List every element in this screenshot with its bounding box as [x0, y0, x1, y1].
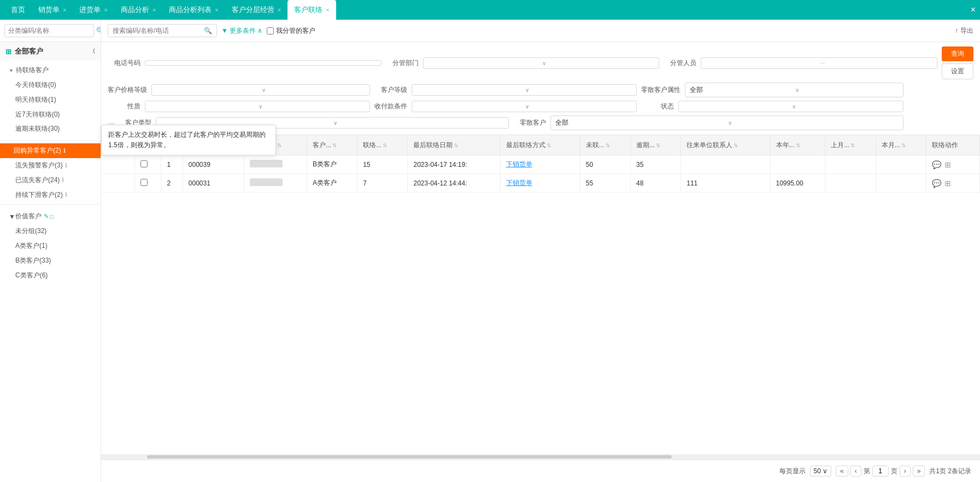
tri-value-icon: ▼ [9, 213, 15, 220]
retail-attr-field[interactable]: 全部 ∨ [685, 83, 903, 97]
retail-customer-field[interactable]: 全部 ∨ [550, 115, 903, 130]
td-method-2[interactable]: 下销货单 [500, 174, 580, 193]
sidebar-all-customers[interactable]: ⊞ 全部客户 《 [0, 42, 101, 61]
filter-section-gender: 性质 ∨ [108, 101, 370, 112]
sidebar-search-input[interactable] [4, 24, 94, 37]
my-customers-input[interactable] [267, 27, 274, 34]
row2-checkbox[interactable] [140, 179, 148, 186]
first-page-button[interactable]: « [836, 466, 848, 477]
th-not-contact[interactable]: 未联...⇅ [580, 135, 630, 155]
td-checkbox-2[interactable] [135, 174, 161, 193]
th-last-contact-date[interactable]: 最后联络日期⇅ [408, 135, 500, 155]
close-sales-icon[interactable]: × [63, 7, 66, 13]
close-product-analysis-icon[interactable]: × [152, 7, 156, 13]
qr-icon-1[interactable]: ⊞ [944, 160, 951, 169]
nav-customer-segment[interactable]: 客户分层经营 × [225, 0, 287, 20]
export-button[interactable]: ↑ 导出 [955, 26, 973, 36]
filter-search-icon[interactable]: 🔍 [204, 27, 212, 34]
horizontal-scrollbar[interactable] [101, 454, 980, 460]
close-product-list-icon[interactable]: × [215, 7, 218, 13]
th-last-month[interactable]: 上月...⇅ [825, 135, 876, 155]
th-this-year[interactable]: 本年...⇅ [770, 135, 825, 155]
customer-search-input[interactable] [113, 27, 202, 34]
sidebar-ungrouped[interactable]: 未分组(32) [0, 224, 101, 239]
phone-field[interactable] [145, 60, 382, 66]
sidebar-search-icon[interactable]: 🔍 [96, 27, 101, 34]
scrollbar-thumb[interactable] [147, 455, 672, 458]
sidebar-a-class[interactable]: A类客户(1) [0, 239, 101, 253]
sidebar-lost-customers[interactable]: 已流失客户(24) ℹ [0, 173, 101, 188]
chat-icon-2[interactable]: 💬 [932, 179, 941, 188]
sidebar-7days-pending[interactable]: 近7天待联络(0) [0, 107, 101, 122]
last-method-link-2[interactable]: 下销货单 [506, 179, 532, 187]
nav-product-analysis[interactable]: 商品分析 × [114, 0, 162, 20]
td-date-1: 2023-04-17 14:19: [408, 155, 500, 174]
person-field[interactable]: ··· [701, 57, 937, 69]
add-value-icon[interactable]: □ [50, 213, 54, 220]
grade-field[interactable]: ∨ [412, 84, 637, 96]
td-code-1: 000039 [183, 155, 244, 174]
query-button[interactable]: 查询 [942, 47, 973, 61]
nav-sales[interactable]: 销货单 × [32, 0, 73, 20]
sort-year-icon: ⇅ [796, 142, 800, 148]
last-method-link-1[interactable]: 下销货单 [506, 160, 532, 168]
chat-icon-1[interactable]: 💬 [932, 160, 941, 169]
sidebar-loss-warning[interactable]: 流失预警客户(3) ℹ [0, 158, 101, 173]
sidebar-divider1 [0, 141, 101, 141]
filter-section-person: 分管人员 ··· [664, 57, 937, 69]
sidebar: 🔍 ⊞ 全部客户 《 ▼ 待联络客户 今天待联络(0) 明天待联络(1) 近7天… [0, 20, 101, 482]
row1-checkbox[interactable] [140, 160, 148, 167]
sidebar-value-header[interactable]: ▼ 价值客户 ✎ □ [0, 209, 101, 224]
nav-product-list[interactable]: 商品分析列表 × [162, 0, 225, 20]
current-page-input[interactable] [872, 466, 889, 477]
payment-field[interactable]: ∨ [412, 101, 637, 112]
td-settings-1 [101, 155, 135, 174]
filter-icon: ▼ [221, 27, 228, 34]
td-index-2: 2 [161, 174, 183, 193]
close-customer-segment-icon[interactable]: × [278, 7, 281, 13]
td-method-1[interactable]: 下销货单 [500, 155, 580, 174]
filter-search-box[interactable]: 🔍 [108, 24, 217, 37]
th-contacts[interactable]: 联络...⇅ [357, 135, 408, 155]
th-this-month[interactable]: 本月...⇅ [876, 135, 926, 155]
close-customer-contact-icon[interactable]: × [326, 7, 329, 13]
sidebar-pending-title[interactable]: ▼ 待联络客户 [0, 63, 101, 78]
th-unit-contact[interactable]: 往来单位联系人⇅ [681, 135, 770, 155]
price-grade-field[interactable]: ∨ [151, 84, 370, 96]
sidebar-b-class[interactable]: B类客户(33) [0, 253, 101, 268]
sidebar-tomorrow-pending[interactable]: 明天待联络(1) [0, 92, 101, 107]
nav-customer-contact[interactable]: 客户联络 × [287, 0, 336, 20]
th-customer-type[interactable]: 客户...⇅ [307, 135, 357, 155]
nav-purchase[interactable]: 进货单 × [73, 0, 114, 20]
sidebar-repurchase-anomaly[interactable]: 回购异常客户(2) ℹ [0, 143, 101, 158]
status-field[interactable]: ∨ [678, 101, 903, 112]
edit-value-icon[interactable]: ✎ [44, 213, 49, 220]
info-icon-repurchase: ℹ [63, 147, 66, 155]
dept-field[interactable]: ∨ [423, 57, 660, 69]
prev-page-button[interactable]: ‹ [850, 466, 861, 477]
qr-icon-2[interactable]: ⊞ [944, 179, 951, 188]
setting-button[interactable]: 设置 [942, 63, 973, 79]
more-filters-button[interactable]: ▼ 更多条件 ∧ [221, 26, 262, 36]
nav-home[interactable]: 首页 [4, 0, 32, 20]
close-purchase-icon[interactable]: × [104, 7, 107, 13]
my-customers-checkbox[interactable]: 我分管的客户 [267, 26, 315, 36]
collapse-icon: 《 [90, 48, 95, 55]
td-year-1 [770, 155, 825, 174]
page-size-select[interactable]: 50 ∨ [810, 466, 831, 477]
sidebar-declining-customers[interactable]: 持续下滑客户(2) ℹ [0, 188, 101, 202]
td-checkbox-1[interactable] [135, 155, 161, 174]
next-page-button[interactable]: › [900, 466, 911, 477]
th-last-contact-method[interactable]: 最后联络方式⇅ [500, 135, 580, 155]
th-overdue[interactable]: 逾期...⇅ [630, 135, 680, 155]
last-page-button[interactable]: » [913, 466, 925, 477]
filter-section-retail-customer: 零散客户 全部 ∨ [513, 115, 903, 130]
sidebar-today-pending[interactable]: 今天待联络(0) [0, 78, 101, 92]
close-all-tabs-button[interactable]: × [971, 5, 976, 15]
sort-contacts-icon: ⇅ [383, 142, 387, 148]
sidebar-overdue-pending[interactable]: 逾期未联络(30) [0, 121, 101, 136]
retail-attr-label: 零散客户属性 [641, 85, 680, 95]
content-area: 🔍 ▼ 更多条件 ∧ 我分管的客户 ↑ 导出 电话号码 [101, 20, 980, 482]
sidebar-c-class[interactable]: C类客户(6) [0, 268, 101, 283]
gender-field[interactable]: ∨ [145, 101, 370, 112]
